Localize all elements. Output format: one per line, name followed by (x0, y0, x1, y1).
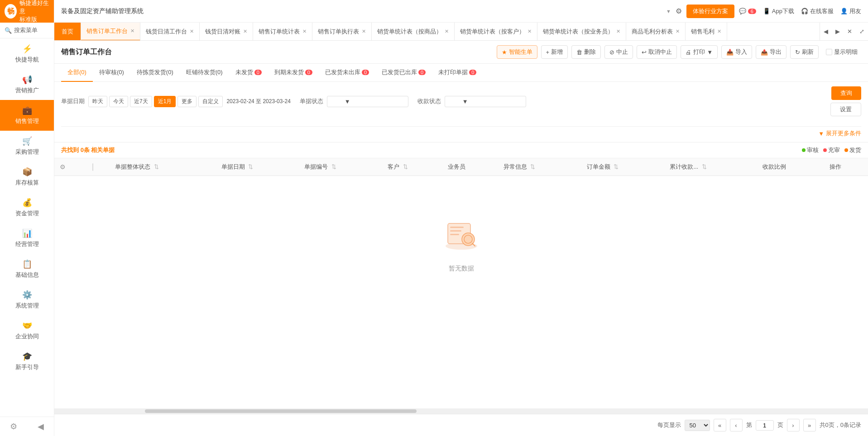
sidebar-item-inventory[interactable]: 📦 库存核算 (0, 161, 54, 192)
date-btn-1month[interactable]: 近1月 (154, 96, 176, 107)
tab-close-cash-daily[interactable]: ✕ (190, 28, 194, 34)
header-settings-icon[interactable]: ⚙ (676, 7, 682, 15)
set-button[interactable]: 设置 (830, 103, 861, 116)
cancel-stop-button[interactable]: ↩ 取消中止 (637, 45, 677, 59)
review-action[interactable]: 审核 (802, 146, 819, 154)
solution-button[interactable]: 体验行业方案 (686, 5, 734, 18)
add-button[interactable]: + 新增 (541, 45, 568, 59)
operations-icon: 📊 (22, 228, 32, 238)
prev-page-button[interactable]: ‹ (730, 419, 743, 431)
sidebar-item-system[interactable]: ⚙️ 系统管理 (0, 284, 54, 315)
filter-tab-shipped-not-out[interactable]: 已发货未出库 0 (319, 64, 375, 82)
exception-sort-icon[interactable]: ⇅ (530, 163, 535, 170)
tab-sales-stat[interactable]: 销售订单统计表 ✕ (253, 23, 312, 41)
delete-button[interactable]: 🗑 删除 (571, 45, 601, 59)
sidebar-item-marketing[interactable]: 📢 营销推广 (0, 69, 54, 100)
tab-close-all-button[interactable]: ✕ (844, 23, 856, 41)
app-download-button[interactable]: 📱 App下载 (763, 7, 794, 15)
online-service-button[interactable]: 🎧 在线客服 (801, 7, 834, 15)
show-detail-checkbox[interactable]: 显示明细 (822, 46, 861, 58)
stop-button[interactable]: ⊘ 中止 (604, 45, 633, 59)
select-all-checkbox[interactable] (92, 163, 93, 171)
horizontal-scrollbar[interactable] (54, 408, 868, 414)
filter-tab-all[interactable]: 全部(0) (61, 64, 93, 82)
column-settings-icon[interactable]: ⚙ (60, 163, 66, 171)
last-page-button[interactable]: » (803, 419, 816, 431)
date-btn-yesterday[interactable]: 昨天 (88, 96, 107, 107)
first-page-button[interactable]: « (714, 419, 726, 431)
sidebar-item-enterprise[interactable]: 🤝 企业协同 (0, 315, 54, 346)
sidebar-item-guide[interactable]: 🎓 新手引导 (0, 346, 54, 377)
tab-close-sales-order[interactable]: ✕ (130, 28, 134, 34)
payment-select[interactable]: ▼ (445, 96, 526, 107)
date-btn-custom[interactable]: 自定义 (198, 96, 223, 107)
number-sort-icon[interactable]: ⇅ (331, 163, 336, 170)
user-menu[interactable]: 👤 用友 (840, 7, 861, 15)
cancel-review-action[interactable]: 充审 (823, 146, 840, 154)
sidebar-item-base[interactable]: 📋 基础信息 (0, 254, 54, 284)
tab-close-sales-single-product[interactable]: ✕ (445, 28, 449, 34)
tab-sales-exec[interactable]: 销售订单执行表 ✕ (312, 23, 372, 41)
tab-close-sales-exec[interactable]: ✕ (362, 28, 366, 34)
settings-button[interactable]: ⚙ (10, 422, 17, 431)
smart-generate-button[interactable]: ★ 智能生单 (497, 45, 537, 59)
sidebar-item-sales[interactable]: 💼 销售管理 (0, 100, 54, 131)
tab-close-sales-single-staff[interactable]: ✕ (616, 28, 620, 34)
user-icon: 👤 (840, 8, 848, 14)
tab-close-product-gross[interactable]: ✕ (676, 28, 680, 34)
filter-tab-shipped-out[interactable]: 已发货已出库 0 (375, 64, 432, 82)
tab-close-cash-reconcile[interactable]: ✕ (243, 28, 247, 34)
tab-prev-button[interactable]: ◀ (820, 23, 832, 41)
filter-tab-pending-review[interactable]: 待审核(0) (93, 64, 130, 82)
tab-close-sales-stat[interactable]: ✕ (302, 28, 307, 34)
next-page-button[interactable]: › (787, 419, 800, 431)
filter-tab-overdue[interactable]: 到期未发货 0 (268, 64, 319, 82)
sidebar-item-quick-nav[interactable]: ⚡ 快捷导航 (0, 38, 54, 69)
ship-action[interactable]: 发货 (844, 146, 861, 154)
refresh-button[interactable]: ↻ 刷新 (790, 45, 819, 59)
sidebar-item-finance[interactable]: 💰 资金管理 (0, 192, 54, 223)
query-button[interactable]: 查询 (831, 86, 861, 100)
filter-tab-pending-inspect[interactable]: 待拣货发货(0) (130, 64, 180, 82)
tab-home[interactable]: 首页 (54, 23, 81, 41)
table-scroll-area[interactable]: ⚙ 单据整体状态 ⇅ 单据日期 ⇅ (54, 158, 868, 408)
filter-tab-wangpu[interactable]: 旺铺待发货(0) (180, 64, 229, 82)
date-sort-icon[interactable]: ⇅ (248, 163, 253, 170)
tab-fullscreen-button[interactable]: ⤢ (856, 23, 868, 41)
tab-sales-gross[interactable]: 销售毛利 ✕ (686, 23, 727, 41)
page-size-select[interactable]: 50 10 20 100 (685, 420, 710, 431)
amount-sort-icon[interactable]: ⇅ (614, 163, 619, 170)
message-button[interactable]: 💬 6 💬 (739, 8, 756, 14)
tab-sales-order[interactable]: 销售订单工作台 ✕ (81, 23, 140, 41)
tab-next-button[interactable]: ▶ (832, 23, 844, 41)
date-btn-7days[interactable]: 近7天 (130, 96, 152, 107)
tab-cash-reconcile[interactable]: 钱货日清对账 ✕ (200, 23, 253, 41)
tab-product-gross[interactable]: 商品毛利分析表 ✕ (626, 23, 686, 41)
system-dropdown-icon[interactable]: ▼ (666, 9, 671, 14)
page-number-input[interactable] (756, 420, 774, 431)
filter-tab-not-shipped[interactable]: 未发货 0 (229, 64, 268, 82)
status-sort-icon[interactable]: ⇅ (154, 163, 159, 170)
tab-sales-single-staff[interactable]: 销货单统计表（按业务员） ✕ (537, 23, 626, 41)
date-btn-more[interactable]: 更多 (177, 96, 197, 107)
sidebar-search[interactable]: 🔍 搜索菜单 (0, 23, 54, 38)
detail-checkbox-input[interactable] (826, 49, 832, 55)
import-button[interactable]: 📥 导入 (721, 45, 752, 59)
collected-sort-icon[interactable]: ⇅ (702, 163, 707, 170)
export-button[interactable]: 📤 导出 (756, 45, 786, 59)
filter-tab-not-printed[interactable]: 未打印单据 0 (432, 64, 483, 82)
status-select[interactable]: ▼ (327, 96, 408, 107)
print-button[interactable]: 🖨 打印 ▼ (681, 45, 718, 59)
collapse-button[interactable]: ◀ (38, 422, 44, 431)
tab-cash-daily[interactable]: 钱货日清工作台 ✕ (140, 23, 200, 41)
date-btn-today[interactable]: 今天 (109, 96, 128, 107)
sidebar-item-purchase[interactable]: 🛒 采购管理 (0, 131, 54, 161)
tab-close-sales-gross[interactable]: ✕ (717, 28, 721, 34)
tab-sales-single-product[interactable]: 销货单统计表（按商品） ✕ (372, 23, 455, 41)
customer-sort-icon[interactable]: ⇅ (403, 163, 408, 170)
tab-sales-single-customer[interactable]: 销货单统计表（按客户） ✕ (455, 23, 537, 41)
scrollbar-thumb[interactable] (145, 409, 417, 413)
tab-close-sales-single-customer[interactable]: ✕ (528, 28, 532, 34)
expand-conditions-button[interactable]: ▼ 展开更多条件 (818, 129, 861, 137)
sidebar-item-operations[interactable]: 📊 经营管理 (0, 223, 54, 254)
